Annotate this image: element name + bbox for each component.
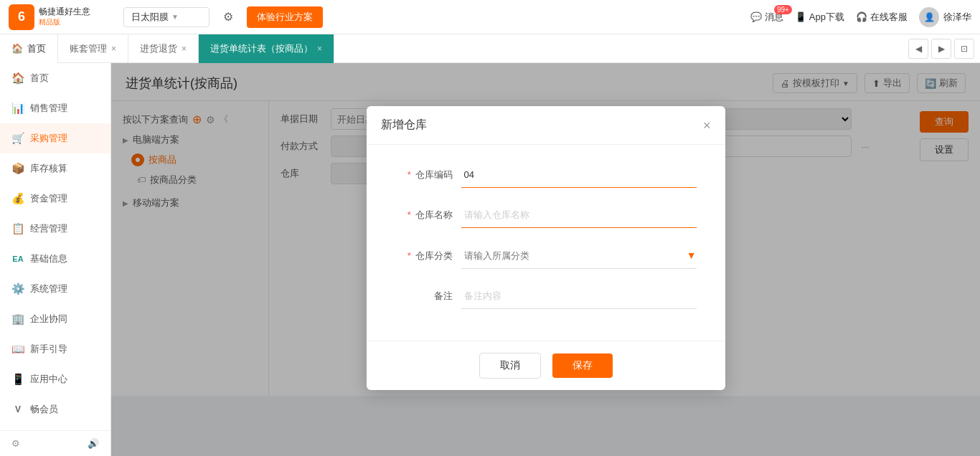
- messages-button[interactable]: 💬 消息 99+: [750, 11, 783, 24]
- sales-icon: 📊: [11, 102, 24, 115]
- brand-name: 畅捷通好生意: [39, 6, 90, 18]
- sidebar-purchase-label: 采购管理: [30, 132, 67, 145]
- name-label-text: 仓库名称: [415, 209, 453, 220]
- sidebar-item-basic-info[interactable]: EA 基础信息: [0, 244, 110, 274]
- headphone-icon: 🎧: [856, 11, 867, 22]
- chevron-down-icon: ▼: [171, 13, 179, 21]
- sidebar-item-home[interactable]: 🏠 首页: [0, 63, 110, 93]
- tab-bar: 🏠 首页 账套管理 × 进货退货 × 进货单统计表（按商品） × ◀ ▶ ⊡: [0, 34, 980, 63]
- enterprise-icon: 🏢: [11, 313, 24, 326]
- content-area: 进货单统计(按商品) 🖨 按模板打印 ▼ ⬆ 导出 🔄 刷新: [111, 63, 980, 456]
- system-icon: ⚙️: [11, 282, 24, 295]
- cancel-button[interactable]: 取消: [479, 353, 541, 379]
- user-area[interactable]: 👤 徐泽华: [919, 7, 971, 27]
- volume-icon[interactable]: 🔊: [88, 438, 99, 449]
- sidebar-item-sales[interactable]: 📊 销售管理: [0, 93, 110, 123]
- form-category-label: * 仓库分类: [395, 250, 453, 262]
- warehouse-code-input[interactable]: [461, 162, 697, 188]
- finance-icon: 💰: [11, 192, 24, 205]
- gear-button[interactable]: ⚙: [217, 6, 240, 29]
- dialog-header: 新增仓库 ×: [367, 106, 725, 145]
- sidebar-inventory-label: 库存核算: [30, 162, 67, 175]
- form-row-category: * 仓库分类 ▼: [395, 242, 697, 269]
- sidebar-finance-label: 资金管理: [30, 192, 67, 205]
- form-name-label: * 仓库名称: [395, 209, 453, 222]
- purchase-icon: 🛒: [11, 132, 24, 145]
- sidebar-item-operations[interactable]: 📋 经营管理: [0, 214, 110, 244]
- store-name: 日太阳膜: [131, 11, 169, 24]
- category-input[interactable]: [461, 242, 687, 268]
- tab-purchase-stats-label: 进货单统计表（按商品）: [210, 42, 313, 55]
- save-button[interactable]: 保存: [552, 353, 613, 378]
- dialog-close-button[interactable]: ×: [703, 119, 711, 132]
- sidebar-item-system[interactable]: ⚙️ 系统管理: [0, 274, 110, 304]
- brand-text: 畅捷通好生意 精品版: [39, 6, 90, 28]
- settings-icon[interactable]: ⚙: [11, 438, 20, 449]
- new-warehouse-dialog: 新增仓库 × * 仓库编码 *: [367, 106, 725, 390]
- tab-purchase-return[interactable]: 进货退货 ×: [128, 34, 199, 63]
- online-service-button[interactable]: 🎧 在线客服: [856, 11, 908, 24]
- top-right-actions: 💬 消息 99+ 📱 App下载 🎧 在线客服 👤 徐泽华: [750, 7, 971, 27]
- message-icon: 💬: [750, 11, 762, 22]
- warehouse-name-input[interactable]: [461, 202, 697, 228]
- app-label: App下载: [809, 11, 844, 24]
- store-selector[interactable]: 日太阳膜 ▼: [123, 7, 209, 27]
- sidebar-basic-info-label: 基础信息: [30, 252, 67, 265]
- inventory-icon: 📦: [11, 162, 24, 175]
- sidebar-item-purchase[interactable]: 🛒 采购管理: [0, 123, 110, 153]
- sidebar-vip-label: 畅会员: [30, 403, 58, 416]
- tab-purchase-stats[interactable]: 进货单统计表（按商品） ×: [199, 34, 334, 63]
- dialog-body: * 仓库编码 * 仓库名称: [367, 145, 725, 341]
- sidebar-item-inventory[interactable]: 📦 库存核算: [0, 153, 110, 184]
- tab-more-button[interactable]: ⊡: [954, 39, 974, 59]
- try-btn[interactable]: 体验行业方案: [247, 6, 323, 28]
- vip-icon: V: [11, 403, 24, 416]
- service-label: 在线客服: [870, 11, 908, 24]
- remark-label-text: 备注: [434, 290, 453, 301]
- tab-accounts[interactable]: 账套管理 ×: [58, 34, 128, 63]
- tab-close-icon[interactable]: ×: [317, 44, 322, 54]
- apps-icon: 📱: [11, 373, 24, 386]
- form-row-remark: 备注: [395, 283, 697, 309]
- tab-next-button[interactable]: ▶: [931, 39, 951, 59]
- sidebar-enterprise-label: 企业协同: [30, 313, 67, 326]
- required-marker: *: [407, 169, 411, 180]
- form-code-label: * 仓库编码: [395, 168, 453, 181]
- home-icon: 🏠: [11, 72, 24, 85]
- operations-icon: 📋: [11, 222, 24, 235]
- tab-close-icon[interactable]: ×: [111, 44, 116, 54]
- sidebar-apps-label: 应用中心: [30, 373, 67, 386]
- user-name: 徐泽华: [943, 11, 971, 24]
- form-remark-label: 备注: [395, 290, 453, 303]
- tab-home-label: 首页: [27, 42, 46, 55]
- required-marker-cat: *: [407, 250, 411, 261]
- basic-info-icon: EA: [11, 252, 24, 265]
- dialog-footer: 取消 保存: [367, 341, 725, 390]
- tab-actions: ◀ ▶ ⊡: [903, 39, 980, 59]
- tab-close-icon[interactable]: ×: [182, 44, 187, 54]
- sidebar-item-finance[interactable]: 💰 资金管理: [0, 184, 110, 214]
- sidebar-system-label: 系统管理: [30, 282, 67, 295]
- category-label-text: 仓库分类: [415, 250, 453, 261]
- tab-home[interactable]: 🏠 首页: [0, 34, 58, 63]
- form-row-code: * 仓库编码: [395, 162, 697, 188]
- avatar: 👤: [919, 7, 939, 27]
- sidebar-item-enterprise[interactable]: 🏢 企业协同: [0, 304, 110, 334]
- sidebar-item-apps[interactable]: 📱 应用中心: [0, 364, 110, 394]
- code-label-text: 仓库编码: [415, 169, 453, 180]
- sidebar-item-guide[interactable]: 📖 新手引导: [0, 334, 110, 364]
- sidebar-item-vip[interactable]: V 畅会员: [0, 394, 110, 424]
- sidebar-home-label: 首页: [30, 72, 49, 85]
- messages-badge: 99+: [774, 5, 792, 14]
- select-arrow-icon: ▼: [687, 250, 697, 261]
- form-row-name: * 仓库名称: [395, 202, 697, 228]
- main-layout: 🏠 首页 📊 销售管理 🛒 采购管理 📦 库存核算 💰 资金管理 📋 经营管理 …: [0, 63, 980, 456]
- guide-icon: 📖: [11, 343, 24, 356]
- sidebar-sales-label: 销售管理: [30, 102, 67, 115]
- sidebar-guide-label: 新手引导: [30, 343, 67, 356]
- app-download-button[interactable]: 📱 App下载: [795, 11, 844, 24]
- tab-prev-button[interactable]: ◀: [908, 39, 928, 59]
- warehouse-category-select[interactable]: ▼: [461, 242, 697, 269]
- sidebar: 🏠 首页 📊 销售管理 🛒 采购管理 📦 库存核算 💰 资金管理 📋 经营管理 …: [0, 63, 111, 456]
- remark-input[interactable]: [461, 283, 697, 309]
